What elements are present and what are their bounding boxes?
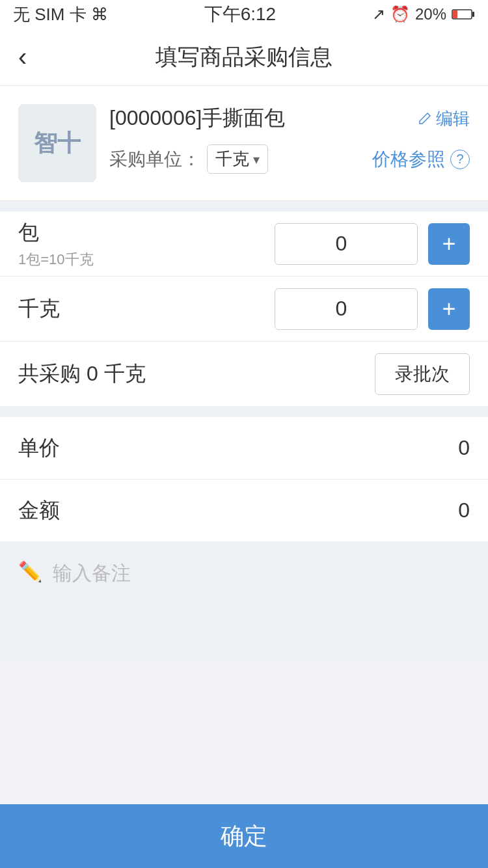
remark-section[interactable]: ✏️ 输入备注 — [0, 542, 488, 659]
location-icon: ↗ — [372, 5, 385, 23]
page-title: 填写商品采购信息 — [156, 42, 332, 72]
unit-select[interactable]: 千克 ▾ — [207, 144, 268, 174]
bao-input-row: 包 1包=10千克 + — [0, 211, 488, 277]
bao-input-control: + — [94, 223, 470, 265]
product-image: 智十 — [18, 104, 96, 182]
remark-placeholder: 输入备注 — [53, 560, 131, 587]
product-section: 智十 [0000006]手撕面包 编辑 采购单位： 千克 ▾ — [0, 86, 488, 201]
kg-input-control: + — [83, 288, 470, 330]
status-right: ↗ ⏰ 20% — [372, 5, 475, 23]
unit-price-label: 单价 — [18, 434, 60, 463]
edit-button[interactable]: 编辑 — [418, 107, 470, 130]
section-divider-2 — [0, 407, 488, 417]
status-bar: 无 SIM 卡 ⌘ 下午6:12 ↗ ⏰ 20% — [0, 0, 488, 29]
status-time: 下午6:12 — [204, 2, 277, 27]
unit-row: 采购单位： 千克 ▾ 价格参照 ? — [109, 144, 470, 174]
battery-percent: 20% — [415, 5, 446, 23]
amount-row: 金额 0 — [0, 480, 488, 542]
nav-bar: ‹ 填写商品采购信息 — [0, 29, 488, 86]
product-info: [0000006]手撕面包 编辑 采购单位： 千克 ▾ 价格 — [109, 104, 470, 174]
kg-input-row: 千克 + — [0, 277, 488, 342]
confirm-button[interactable]: 确定 — [0, 804, 488, 868]
price-ref-button[interactable]: 价格参照 ? — [372, 147, 470, 172]
input-section: 包 1包=10千克 + 千克 + — [0, 211, 488, 342]
kg-quantity-input[interactable] — [275, 288, 418, 330]
back-button[interactable]: ‹ — [18, 42, 27, 72]
svg-rect-1 — [472, 12, 474, 17]
bao-quantity-input[interactable] — [275, 223, 418, 265]
summary-row: 共采购 0 千克 录批次 — [0, 342, 488, 407]
product-name-row: [0000006]手撕面包 编辑 — [109, 104, 470, 133]
amount-value: 0 — [458, 498, 470, 522]
unit-label: 采购单位： — [109, 147, 200, 172]
amount-label: 金额 — [18, 496, 60, 525]
kg-plus-button[interactable]: + — [428, 288, 470, 330]
summary-text: 共采购 0 千克 — [18, 360, 146, 388]
alarm-icon: ⏰ — [390, 5, 410, 23]
batch-button[interactable]: 录批次 — [375, 353, 470, 395]
battery-icon — [452, 8, 475, 20]
bao-plus-button[interactable]: + — [428, 223, 470, 265]
unit-price-row: 单价 0 — [0, 417, 488, 480]
kg-label: 千克 — [18, 295, 83, 323]
help-icon: ? — [450, 150, 470, 169]
unit-price-value: 0 — [458, 436, 470, 460]
product-name: [0000006]手撕面包 — [109, 104, 285, 133]
section-divider-1 — [0, 201, 488, 211]
chevron-down-icon: ▾ — [253, 152, 260, 167]
svg-rect-2 — [453, 10, 457, 18]
bao-label: 包 1包=10千克 — [18, 219, 94, 269]
product-logo: 智十 — [34, 128, 81, 159]
confirm-label: 确定 — [221, 821, 267, 852]
status-carrier: 无 SIM 卡 ⌘ — [13, 3, 108, 26]
price-section: 单价 0 金额 0 — [0, 417, 488, 542]
pencil-icon: ✏️ — [18, 560, 42, 583]
